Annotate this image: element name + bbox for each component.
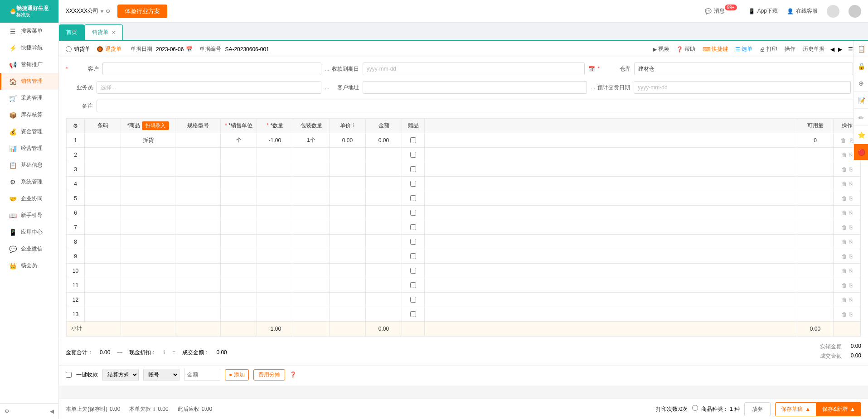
row-price[interactable] (330, 278, 366, 293)
gift-checkbox[interactable] (410, 297, 416, 303)
app-download-item[interactable]: 📱 App下载 (748, 7, 778, 15)
row-qty[interactable] (257, 162, 293, 177)
message-item[interactable]: 💬 消息 99+ (705, 7, 739, 15)
copy-icon[interactable]: ⎘ (849, 166, 853, 173)
gift-checkbox[interactable] (410, 195, 416, 201)
gift-checkbox[interactable] (410, 210, 416, 216)
copy-icon[interactable]: ⎘ (849, 282, 853, 289)
row-spec[interactable] (175, 191, 221, 206)
scan-button[interactable]: 扫码录入 (142, 121, 169, 130)
delete-icon[interactable]: 🗑 (842, 297, 847, 303)
shortcut-action[interactable]: ⌨ 快捷键 (703, 45, 728, 53)
row-spec[interactable] (175, 264, 221, 278)
print-action[interactable]: 🖨 打印 (760, 45, 777, 53)
operation-action[interactable]: 操作 (785, 45, 795, 53)
row-qty[interactable] (257, 220, 293, 235)
row-qty[interactable] (257, 235, 293, 249)
select-action[interactable]: ☰ 选单 (735, 45, 752, 53)
row-barcode[interactable] (85, 264, 121, 278)
nav-prev-icon[interactable]: ◀ (830, 46, 834, 53)
panel-item-2[interactable]: 🔒 (854, 58, 868, 74)
row-price[interactable] (330, 235, 366, 249)
delete-icon[interactable]: 🗑 (841, 137, 846, 144)
row-barcode[interactable] (85, 249, 121, 264)
sidebar-item-quick-nav[interactable]: ⚡ 快捷导航 (0, 39, 58, 56)
copy-icon[interactable]: ⎘ (850, 137, 853, 144)
row-qty[interactable]: -1.00 (257, 133, 293, 148)
one-click-payment-checkbox[interactable] (66, 372, 72, 378)
copy-icon[interactable]: ⎘ (849, 311, 853, 318)
row-price[interactable]: 0.00 (330, 133, 366, 148)
row-unit[interactable] (221, 177, 257, 191)
warehouse-input[interactable]: 建材仓 (634, 63, 853, 75)
sidebar-item-inventory[interactable]: 📦 库存核算 (0, 106, 58, 123)
row-product[interactable] (121, 220, 175, 235)
notes-input[interactable] (97, 100, 861, 112)
tab-home[interactable]: 首页 (59, 24, 84, 40)
user-avatar2[interactable] (849, 5, 861, 18)
row-barcode[interactable] (85, 220, 121, 235)
row-spec[interactable] (175, 177, 221, 191)
delete-icon[interactable]: 🗑 (842, 195, 847, 202)
row-product[interactable] (121, 278, 175, 293)
row-qty[interactable] (257, 264, 293, 278)
row-gift[interactable] (402, 235, 425, 249)
help-action[interactable]: ❓ 帮助 (676, 45, 695, 53)
row-price[interactable] (330, 206, 366, 220)
row-spec[interactable] (175, 220, 221, 235)
row-qty[interactable] (257, 177, 293, 191)
delivery-date-input[interactable] (634, 81, 851, 94)
gift-checkbox[interactable] (410, 311, 416, 317)
row-price[interactable] (330, 177, 366, 191)
video-action[interactable]: ▶ 视频 (653, 45, 669, 53)
nav-next-icon[interactable]: ▶ (838, 46, 842, 53)
copy-icon[interactable]: ⎘ (849, 195, 853, 202)
row-unit[interactable] (221, 264, 257, 278)
copy-icon[interactable]: ⎘ (849, 239, 853, 245)
sidebar-item-vip[interactable]: 👑 畅会员 (0, 257, 58, 274)
row-unit[interactable] (221, 191, 257, 206)
copy-icon[interactable]: ⎘ (849, 181, 853, 187)
row-product[interactable] (121, 191, 175, 206)
copy-icon[interactable]: ⎘ (849, 224, 853, 231)
th-settings[interactable]: ⚙ (67, 119, 85, 133)
gift-checkbox[interactable] (410, 152, 416, 158)
radio-return-input[interactable] (97, 46, 103, 52)
row-unit[interactable] (221, 162, 257, 177)
row-product[interactable] (121, 148, 175, 162)
payment-method-select[interactable]: 结算方式 (102, 369, 139, 380)
row-qty[interactable] (257, 293, 293, 307)
receipt-date-calendar-icon[interactable]: 📅 (588, 66, 595, 72)
row-product[interactable] (121, 235, 175, 249)
list-view-icon[interactable]: ☰ (848, 46, 853, 53)
row-qty[interactable] (257, 206, 293, 220)
try-plan-button[interactable]: 体验行业方案 (117, 5, 167, 18)
sidebar-item-management[interactable]: 📊 经营管理 (0, 140, 58, 157)
sidebar-item-guide[interactable]: 📖 新手引导 (0, 207, 58, 224)
copy-icon[interactable]: ⎘ (849, 297, 853, 303)
sidebar-item-marketing[interactable]: 📢 营销推广 (0, 56, 58, 73)
tab-close-icon[interactable]: × (112, 29, 115, 36)
gift-checkbox[interactable] (410, 239, 416, 245)
row-gift[interactable] (402, 293, 425, 307)
row-barcode[interactable] (85, 278, 121, 293)
row-gift[interactable] (402, 249, 425, 264)
delete-icon[interactable]: 🗑 (842, 239, 847, 245)
row-unit[interactable] (221, 293, 257, 307)
save-draft-button[interactable]: 保存草稿 ▲ (775, 402, 816, 416)
panel-item-6[interactable]: ⭐ (854, 127, 868, 143)
row-spec[interactable] (175, 148, 221, 162)
row-gift[interactable] (402, 148, 425, 162)
delete-icon[interactable]: 🗑 (842, 253, 847, 260)
delete-icon[interactable]: 🗑 (842, 224, 847, 231)
sidebar-item-app-center[interactable]: 📱 应用中心 (0, 224, 58, 241)
salesperson-more-icon[interactable]: ... (325, 84, 330, 91)
gift-checkbox[interactable] (410, 224, 416, 230)
delete-icon[interactable]: 🗑 (842, 268, 847, 274)
row-spec[interactable] (175, 133, 221, 148)
row-product[interactable] (121, 264, 175, 278)
sidebar-item-enterprise[interactable]: 🤝 企业协同 (0, 190, 58, 207)
row-gift[interactable] (402, 162, 425, 177)
sidebar-item-basic-info[interactable]: 📋 基础信息 (0, 157, 58, 173)
gift-checkbox[interactable] (410, 137, 416, 143)
